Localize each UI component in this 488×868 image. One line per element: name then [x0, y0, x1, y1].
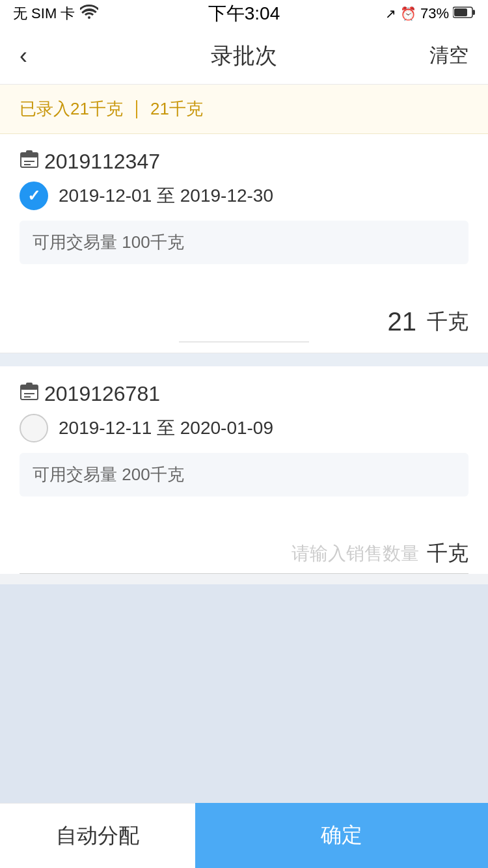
batch2-input-wrapper: 请输入销售数量 千克: [0, 526, 488, 574]
wifi-icon: [80, 5, 98, 23]
location-icon: ↗: [385, 6, 396, 21]
svg-rect-7: [26, 150, 33, 154]
batch2-input-unit: 千克: [427, 539, 468, 568]
batch1-availability: 可用交易量 100千克: [20, 221, 468, 264]
svg-rect-1: [472, 10, 475, 15]
batch1-availability-text: 可用交易量 100千克: [33, 232, 184, 252]
batch2-date: 2019-12-11 至 2020-01-09: [59, 416, 273, 441]
carrier-text: 无 SIM 卡: [13, 4, 75, 23]
status-left: 无 SIM 卡: [13, 4, 98, 23]
confirm-button[interactable]: 确定: [195, 803, 488, 868]
battery-text: 73%: [420, 5, 449, 22]
batch1-amount-row: 21 千克: [0, 294, 488, 353]
batch1-date: 2019-12-01 至 2019-12-30: [59, 183, 273, 208]
nav-bar: ‹ 录批次 清空: [0, 27, 488, 85]
summary-bar: 已录入21千克 21千克: [0, 85, 488, 134]
back-button[interactable]: ‹: [20, 42, 27, 70]
svg-rect-2: [454, 8, 467, 16]
clear-button[interactable]: 清空: [429, 42, 468, 69]
batch2-availability: 可用交易量 200千克: [20, 453, 468, 496]
batch1-amount-unit: 千克: [427, 308, 468, 336]
summary-divider: [136, 100, 137, 118]
batch1-amount-value[interactable]: 21: [388, 307, 417, 336]
batch2-radio[interactable]: [20, 414, 48, 442]
status-time: 下午3:04: [208, 1, 280, 26]
batch-card-2: 2019126781 2019-12-11 至 2020-01-09 可用交易量…: [0, 366, 488, 526]
total-summary: 21千克: [150, 98, 203, 120]
status-right: ↗ ⏰ 73%: [385, 5, 475, 22]
batch2-id: 2019126781: [44, 382, 160, 406]
auto-distribute-button[interactable]: 自动分配: [0, 803, 195, 868]
batch2-availability-text: 可用交易量 200千克: [33, 465, 184, 484]
battery-icon: [453, 5, 475, 22]
batch1-amount-underline: [179, 342, 309, 342]
batch2-input-line: [20, 573, 468, 574]
batch2-date-row[interactable]: 2019-12-11 至 2020-01-09: [20, 414, 468, 442]
status-bar: 无 SIM 卡 下午3:04 ↗ ⏰ 73%: [0, 0, 488, 27]
alarm-icon: ⏰: [400, 6, 416, 21]
batch1-id-row: 2019112347: [20, 150, 468, 174]
batch-card-1: 2019112347 2019-12-01 至 2019-12-30 可用交易量…: [0, 134, 488, 294]
batch1-date-row[interactable]: 2019-12-01 至 2019-12-30: [20, 182, 468, 210]
batch1-id: 2019112347: [44, 150, 160, 174]
card-separator: [0, 353, 488, 366]
batch2-input-area[interactable]: 请输入销售数量: [20, 541, 419, 566]
recorded-summary: 已录入21千克: [20, 98, 123, 120]
batch2-input-row: 请输入销售数量 千克: [0, 526, 488, 568]
batch2-input-placeholder: 请输入销售数量: [291, 543, 419, 563]
bottom-bar: 自动分配 确定: [0, 803, 488, 868]
batch2-id-row: 2019126781: [20, 382, 468, 406]
batch1-radio[interactable]: [20, 182, 48, 210]
batch2-icon: [20, 383, 39, 405]
page-title: 录批次: [211, 41, 277, 71]
batch1-icon: [20, 150, 39, 173]
svg-rect-12: [26, 383, 33, 387]
